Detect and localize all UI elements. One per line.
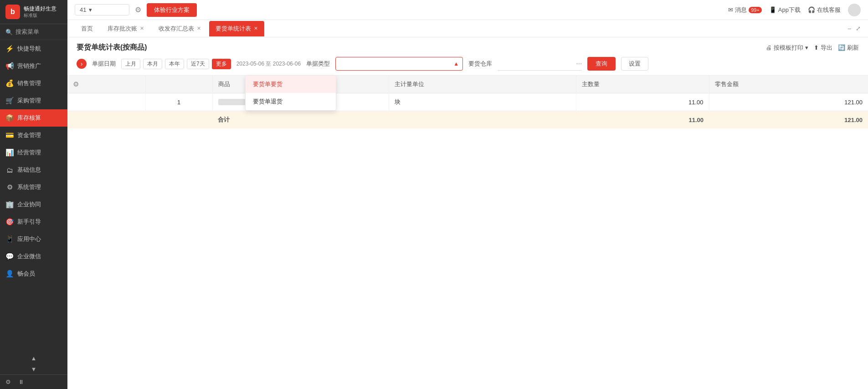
user-avatar[interactable] <box>848 4 861 16</box>
quick-nav-icon: ⚡ <box>5 45 14 53</box>
tab-label: 收发存汇总表 <box>159 25 194 33</box>
refresh-btn[interactable]: 🔄 刷新 <box>838 44 859 52</box>
query-button[interactable]: 查询 <box>587 57 616 71</box>
sidebar-item-purchase[interactable]: 🛒采购管理 <box>0 92 67 109</box>
type-select-wrapper[interactable]: ▲ <box>335 57 463 71</box>
filter-bar: › 单据日期 上月 本月 本年 近7天 更多 2023-05-06 至 2023… <box>67 52 868 76</box>
sidebar-item-enterprise[interactable]: 🏢企业协同 <box>0 196 67 213</box>
sidebar-item-label: 经营管理 <box>17 148 41 157</box>
sidebar-item-label: 畅会员 <box>17 270 35 278</box>
sidebar-item-quick-nav[interactable]: ⚡快捷导航 <box>0 40 67 57</box>
warehouse-filter-label: 要货仓库 <box>468 60 492 68</box>
column-settings-icon[interactable]: ⚙ <box>73 80 79 88</box>
dropdown-option[interactable]: 要货单退货 <box>246 93 336 110</box>
warehouse-select-wrapper[interactable]: ··· <box>498 57 582 71</box>
settings-icon[interactable]: ⚙ <box>135 5 141 14</box>
search-icon: 🔍 <box>5 29 13 36</box>
sidebar-item-member[interactable]: 👤畅会员 <box>0 265 67 282</box>
app-logo-text: 畅捷通好生意 标准版 <box>24 5 56 19</box>
promo-button[interactable]: 体验行业方案 <box>147 3 197 17</box>
filter-toggle-btn[interactable]: › <box>77 59 87 69</box>
sidebar-item-operation[interactable]: 📊经营管理 <box>0 144 67 161</box>
collapse-icon[interactable]: ⏸ <box>18 379 24 385</box>
sidebar-item-label: 企业协同 <box>17 200 41 209</box>
sidebar-item-guide[interactable]: 🎯新手引导 <box>0 213 67 230</box>
phone-icon: 📱 <box>769 6 776 13</box>
type-select-input[interactable] <box>336 61 450 67</box>
page-title: 要货单统计表(按商品) <box>77 43 147 52</box>
tab-close-icon[interactable]: ✕ <box>140 26 144 31</box>
tab-1[interactable]: 库存批次账✕ <box>101 21 150 36</box>
sidebar-item-app-center[interactable]: 📱应用中心 <box>0 230 67 248</box>
date-filter-label: 单据日期 <box>92 60 116 68</box>
tab-close-icon[interactable]: ✕ <box>254 26 258 31</box>
app-center-icon: 📱 <box>5 235 14 243</box>
sidebar-nav: ⚡快捷导航📢营销推广💰销售管理🛒采购管理📦库存核算💳资金管理📊经营管理🗂基础信息… <box>0 40 67 353</box>
print-btn[interactable]: 🖨 按模板打印 ▾ <box>766 44 808 52</box>
settings-icon[interactable]: ⚙ <box>5 379 11 385</box>
system-icon: ⚙ <box>5 183 14 191</box>
tabbar: 首页库存批次账✕收发存汇总表✕要货单统计表✕–⤢ <box>67 20 868 37</box>
sidebar: b 畅捷通好生意 标准版 🔍 搜索菜单 ⚡快捷导航📢营销推广💰销售管理🛒采购管理… <box>0 0 67 389</box>
operation-icon: 📊 <box>5 148 14 157</box>
td-settings <box>67 93 145 111</box>
export-icon: ⬆ <box>814 44 819 51</box>
tab-2[interactable]: 收发存汇总表✕ <box>152 21 207 36</box>
sidebar-item-label: 营销推广 <box>17 62 41 70</box>
more-btn[interactable]: ··· <box>576 60 582 68</box>
company-selector[interactable]: 41 ▾ <box>75 4 129 15</box>
headset-icon: 🎧 <box>808 6 815 13</box>
sidebar-scroll-down[interactable]: ▼ <box>0 363 67 374</box>
sidebar-item-wechat[interactable]: 💬企业微信 <box>0 248 67 265</box>
tab-3[interactable]: 要货单统计表✕ <box>209 21 264 36</box>
finance-icon: 💳 <box>5 131 14 139</box>
sidebar-item-finance[interactable]: 💳资金管理 <box>0 127 67 144</box>
chevron-up-icon[interactable]: ▲ <box>450 61 462 67</box>
col-settings[interactable]: ⚙ <box>67 76 145 93</box>
tab-close-icon[interactable]: ✕ <box>197 26 201 31</box>
sidebar-item-marketing[interactable]: 📢营销推广 <box>0 57 67 75</box>
sidebar-scroll-up[interactable]: ▲ <box>0 353 67 363</box>
date-range-display: 2023-05-06 至 2023-06-06 <box>236 60 301 68</box>
minimize-icon[interactable]: – <box>848 25 851 32</box>
shortcut-this-year[interactable]: 本年 <box>165 59 184 69</box>
td-footer-index <box>145 111 212 129</box>
td-quantity: 11.00 <box>576 93 709 111</box>
sidebar-item-system[interactable]: ⚙系统管理 <box>0 179 67 196</box>
wechat-icon: 💬 <box>5 252 14 261</box>
sidebar-search[interactable]: 🔍 搜索菜单 <box>0 24 67 40</box>
tab-label: 库存批次账 <box>108 25 137 33</box>
td-footer-label: 合计 <box>212 111 389 129</box>
td-footer-settings <box>67 111 145 129</box>
sidebar-item-label: 采购管理 <box>17 97 41 105</box>
online-service-btn[interactable]: 🎧 在线客服 <box>808 6 841 14</box>
sidebar-item-label: 基础信息 <box>17 166 41 174</box>
settings-button[interactable]: 设置 <box>621 57 648 71</box>
maximize-icon[interactable]: ⤢ <box>856 25 861 32</box>
guide-icon: 🎯 <box>5 218 14 226</box>
td-footer-unit <box>389 111 576 129</box>
tab-0[interactable]: 首页 <box>75 21 99 36</box>
shortcut-last-7-days[interactable]: 近7天 <box>187 59 209 69</box>
sidebar-item-basic[interactable]: 🗂基础信息 <box>0 161 67 179</box>
chevron-down-icon: ▾ <box>89 6 92 13</box>
table-header-row: ⚙ 商品 主计量单位 主数量 零售金额 <box>67 76 868 93</box>
enterprise-icon: 🏢 <box>5 200 14 209</box>
data-table: ⚙ 商品 主计量单位 主数量 零售金额 1 块 11. <box>67 76 868 128</box>
sidebar-item-sales[interactable]: 💰销售管理 <box>0 75 67 92</box>
shortcut-more[interactable]: 更多 <box>212 59 231 69</box>
sidebar-item-inventory[interactable]: 📦库存核算 <box>0 109 67 127</box>
table-footer-row: 合计 11.00 121.00 <box>67 111 868 129</box>
td-index: 1 <box>145 93 212 111</box>
app-download-btn[interactable]: 📱 App下载 <box>769 6 801 14</box>
dropdown-option[interactable]: 要货单要货 <box>246 76 336 93</box>
col-unit: 主计量单位 <box>389 76 576 93</box>
type-dropdown: 要货单要货要货单退货 <box>245 75 336 111</box>
shortcut-last-month[interactable]: 上月 <box>121 59 140 69</box>
message-icon: ✉ <box>728 6 733 13</box>
warehouse-select-input[interactable] <box>498 60 574 67</box>
message-btn[interactable]: ✉ 消息 99+ <box>728 6 762 14</box>
topbar: 41 ▾ ⚙ 体验行业方案 ✉ 消息 99+ 📱 App下载 🎧 在线客服 <box>67 0 868 20</box>
shortcut-this-month[interactable]: 本月 <box>143 59 162 69</box>
export-btn[interactable]: ⬆ 导出 <box>814 44 832 52</box>
